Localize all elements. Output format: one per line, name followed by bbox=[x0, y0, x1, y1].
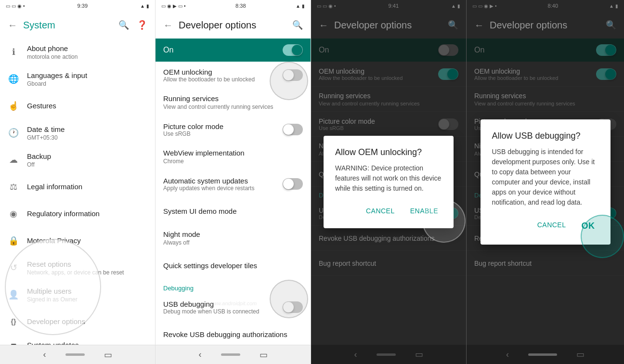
users-icon: 👤 bbox=[8, 289, 19, 300]
oem-dialog-body: WARNING: Device protection features will… bbox=[335, 163, 442, 194]
users-label: Multiple users bbox=[27, 286, 78, 296]
sidebar-item-multiple-users[interactable]: 👤 Multiple users Signed in as Owner bbox=[0, 281, 155, 308]
oem-unlocking-row[interactable]: OEM unlocking Allow the bootloader to be… bbox=[156, 62, 311, 89]
gestures-text: Gestures bbox=[27, 101, 56, 111]
system-icons-left: ▲ ▮ bbox=[140, 3, 149, 9]
privacy-text: Motorola Privacy bbox=[27, 236, 81, 246]
usb-cancel-button[interactable]: Cancel bbox=[533, 219, 570, 233]
home-btn-left[interactable] bbox=[65, 353, 85, 356]
users-text: Multiple users Signed in as Owner bbox=[27, 286, 78, 303]
dot2-icon: • bbox=[184, 3, 186, 9]
night-mode-item[interactable]: Night mode Always off bbox=[156, 224, 311, 252]
sidebar-item-about-phone[interactable]: ℹ About phone motorola one action bbox=[0, 39, 155, 65]
status-bar-middle: ▭ ◉ ▶ ▭ • 8:38 ▲ ▮ bbox=[156, 0, 311, 12]
usb-debugging-toggle[interactable] bbox=[283, 301, 303, 313]
webview-item[interactable]: WebView implementation Chrome bbox=[156, 143, 311, 170]
picture-color-title: Picture color mode bbox=[163, 122, 223, 130]
sidebar-item-developer-options[interactable]: {} Developer options bbox=[0, 308, 155, 335]
about-phone-icon: ℹ bbox=[8, 46, 19, 58]
updates-text: System updates Updated to Android 9 bbox=[27, 340, 81, 345]
sidebar-item-regulatory[interactable]: ◉ Regulatory information bbox=[0, 200, 155, 227]
usb-debugging-row[interactable]: USB debugging Debug mode when USB is con… bbox=[156, 294, 311, 321]
developer-label: Developer options bbox=[27, 317, 85, 326]
running-services-item[interactable]: Running services View and control curren… bbox=[156, 89, 311, 116]
sidebar-item-legal[interactable]: ⚖ Legal information bbox=[0, 173, 155, 200]
notification-icons: ▭ ▭ ◉ • bbox=[6, 3, 25, 9]
quick-settings-item[interactable]: Quick settings developer tiles bbox=[156, 252, 311, 279]
privacy-label: Motorola Privacy bbox=[27, 236, 81, 246]
sidebar-item-reset[interactable]: ↺ Reset options Network, apps, or device… bbox=[0, 254, 155, 281]
oem-toggle[interactable] bbox=[283, 69, 303, 81]
sidebar-item-motorola-privacy[interactable]: 🔒 Motorola Privacy bbox=[0, 227, 155, 254]
oem-enable-button[interactable]: Enable bbox=[406, 205, 442, 217]
picture-color-text: Picture color mode Use sRGB bbox=[163, 122, 223, 137]
debugging-section-label: Debugging bbox=[156, 279, 311, 294]
system-nav-list: ℹ About phone motorola one action 🌐 Lang… bbox=[0, 39, 155, 345]
oem-dialog-overlay: Allow OEM unlocking? WARNING: Device pro… bbox=[311, 0, 466, 364]
usb-debugging-title: USB debugging bbox=[163, 300, 259, 308]
regulatory-icon: ◉ bbox=[8, 208, 19, 220]
night-mode-sub: Always off bbox=[163, 239, 303, 246]
on-toggle-1[interactable] bbox=[283, 44, 303, 56]
sidebar-item-system-updates[interactable]: 📱 System updates Updated to Android 9 bbox=[0, 335, 155, 345]
search-icon-left[interactable]: 🔍 bbox=[118, 20, 129, 30]
datetime-label: Date & time bbox=[27, 125, 65, 134]
about-phone-text: About phone motorola one action bbox=[27, 44, 78, 60]
back-icon-mid[interactable]: ← bbox=[163, 20, 173, 31]
picture-color-sub: Use sRGB bbox=[163, 130, 223, 137]
languages-icon: 🌐 bbox=[8, 73, 19, 85]
backup-sub: Off bbox=[27, 161, 51, 168]
reset-icon: ↺ bbox=[8, 262, 19, 273]
night-mode-title: Night mode bbox=[163, 230, 303, 238]
about-phone-sub: motorola one action bbox=[27, 53, 78, 60]
gestures-label: Gestures bbox=[27, 101, 56, 111]
developer-panel-4: ▭ ▭ ◉ ▶ • 8:40 ▲ ▮ ← Developer options 🔍… bbox=[467, 0, 624, 364]
sidebar-item-gestures[interactable]: ☝ Gestures bbox=[0, 92, 155, 119]
revoke-usb-title: Revoke USB debugging authorizations bbox=[163, 330, 303, 338]
sidebar-item-backup[interactable]: ☁ Backup Off bbox=[0, 146, 155, 173]
legal-icon: ⚖ bbox=[8, 181, 19, 193]
help-icon-left[interactable]: ❓ bbox=[137, 20, 147, 30]
back-btn-mid[interactable]: ‹ bbox=[199, 350, 202, 360]
backup-label: Backup bbox=[27, 152, 51, 161]
home-btn-mid[interactable] bbox=[221, 353, 240, 356]
oem-cancel-button[interactable]: Cancel bbox=[362, 205, 399, 217]
sidebar-item-date-time[interactable]: 🕐 Date & time GMT+05:30 bbox=[0, 119, 155, 146]
datetime-sub: GMT+05:30 bbox=[27, 134, 65, 141]
legal-label: Legal information bbox=[27, 182, 82, 192]
back-btn-left[interactable]: ‹ bbox=[43, 350, 46, 360]
running-services-sub: View and control currently running servi… bbox=[163, 104, 303, 110]
oem-dialog-container: Allow OEM unlocking? WARNING: Device pro… bbox=[324, 136, 454, 228]
wifi-icon: ▲ bbox=[140, 3, 145, 9]
recents-btn-mid[interactable]: ▭ bbox=[260, 350, 268, 360]
reset-text: Reset options Network, apps, or device c… bbox=[27, 260, 124, 276]
battery-icon: ▮ bbox=[146, 3, 149, 9]
system-title: System bbox=[23, 20, 55, 31]
picture-color-row[interactable]: Picture color mode Use sRGB bbox=[156, 116, 311, 143]
sidebar-item-languages[interactable]: 🌐 Languages & input Gboard bbox=[0, 65, 155, 92]
usb-ok-button[interactable]: OK bbox=[578, 219, 599, 233]
back-icon-left[interactable]: ← bbox=[8, 20, 17, 31]
circle-icon: ◉ bbox=[17, 3, 22, 9]
battery2-icon: ▮ bbox=[302, 3, 305, 9]
system-ui-demo-title: System UI demo mode bbox=[163, 207, 303, 215]
picture-color-toggle[interactable] bbox=[283, 124, 303, 135]
auto-updates-row[interactable]: Automatic system updates Apply updates w… bbox=[156, 170, 311, 197]
developer-panel-3: ▭ ▭ ◉ • 9:41 ▲ ▮ ← Developer options 🔍 O… bbox=[311, 0, 467, 364]
auto-updates-toggle[interactable] bbox=[283, 178, 303, 190]
system-header: ← System 🔍 ❓ bbox=[0, 12, 155, 39]
languages-label: Languages & input bbox=[27, 71, 87, 80]
search-icon-mid[interactable]: 🔍 bbox=[292, 20, 303, 30]
about-phone-label: About phone bbox=[27, 44, 78, 53]
recents-btn-left[interactable]: ▭ bbox=[104, 350, 112, 360]
users-sub: Signed in as Owner bbox=[27, 296, 78, 303]
notif-icons-mid: ▭ ◉ ▶ ▭ • bbox=[161, 3, 186, 9]
languages-sub: Gboard bbox=[27, 80, 87, 87]
auto-updates-sub: Apply updates when device restarts bbox=[163, 185, 254, 192]
revoke-usb-item[interactable]: Revoke USB debugging authorizations bbox=[156, 321, 311, 345]
system-panel: ▭ ▭ ◉ • 9:39 ▲ ▮ ← System 🔍 ❓ ℹ About ph… bbox=[0, 0, 156, 364]
wifi2-icon: ▲ bbox=[296, 3, 300, 9]
system-ui-demo-item[interactable]: System UI demo mode bbox=[156, 197, 311, 224]
regulatory-text: Regulatory information bbox=[27, 209, 100, 219]
developer-text: Developer options bbox=[27, 317, 85, 326]
